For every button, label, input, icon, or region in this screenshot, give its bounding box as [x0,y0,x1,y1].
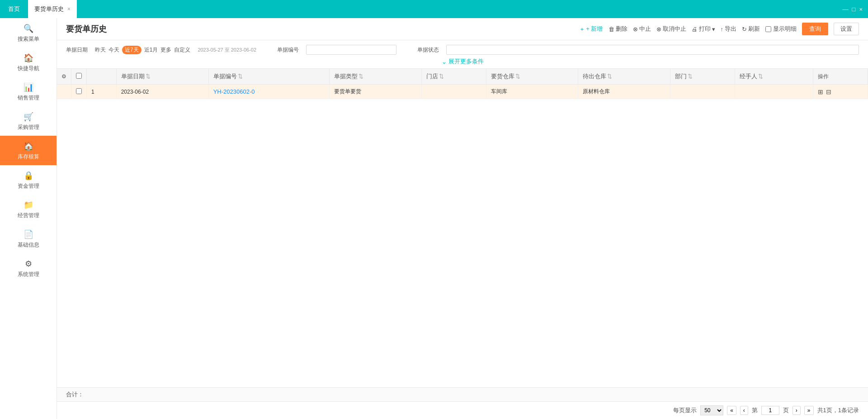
sales-icon: 📊 [24,82,33,92]
op-more-icon[interactable]: ⊟ [826,88,831,95]
sort-store-icon: ⇅ [439,73,444,80]
page-label: 第 [752,406,758,414]
status-label: 单据状态 [417,46,439,54]
top-bar: 首页 要货单历史 × — □ × [0,0,868,18]
sidebar-label-inventory: 库存核算 [18,153,39,161]
filter-row-1: 单据日期 昨天 今天 近7天 近1月 更多 自定义 2023-05-27 至 2… [66,45,859,55]
page-title: 要货单历史 [66,24,107,34]
shortcut-custom[interactable]: 自定义 [174,46,190,54]
status-select-wrapper [446,45,859,55]
quick-nav-icon: 🏠 [24,53,33,63]
sort-dept-icon: ⇅ [688,73,693,80]
expand-label: 展开更多条件 [448,57,484,66]
sidebar-label-purchase: 采购管理 [18,124,39,131]
refresh-button[interactable]: ↻ 刷新 [742,25,760,33]
display-detail-checkbox-wrapper[interactable]: 显示明细 [765,25,797,33]
sidebar-item-system[interactable]: ⚙ 系统管理 [0,253,57,283]
sidebar-item-inventory[interactable]: 🏠 库存核算 [0,136,57,165]
docno-input[interactable] [306,45,396,55]
td-dept [670,85,735,99]
op-view-icon[interactable]: ⊞ [818,88,823,95]
td-reqwarehouse: 车间库 [486,85,578,99]
td-settings [57,85,71,99]
th-doctype[interactable]: 单据类型⇅ [330,69,422,85]
sort-docdate-icon: ⇅ [146,73,151,80]
home-tab[interactable]: 首页 [0,0,28,18]
last-page-button[interactable]: » [804,406,814,415]
row-checkbox[interactable] [76,88,82,94]
sidebar-item-sales[interactable]: 📊 销售管理 [0,77,57,106]
td-store [422,85,486,99]
expand-button[interactable]: ⌄ 展开更多条件 [442,57,484,66]
cancel-stop-button[interactable]: ⊗ 取消中止 [656,25,686,33]
th-reqwarehouse[interactable]: 要货仓库⇅ [486,69,578,85]
sidebar-label-sales: 销售管理 [18,94,39,102]
th-docno[interactable]: 单据编号⇅ [208,69,330,85]
prev-page-button[interactable]: ‹ [740,406,748,415]
add-button[interactable]: + + 新增 [580,25,603,33]
th-checkbox[interactable] [71,69,87,85]
per-page-label: 每页显示 [673,406,697,414]
shortcut-today[interactable]: 今天 [108,46,119,54]
sort-req-icon: ⇅ [515,73,520,80]
th-pendingwarehouse[interactable]: 待出仓库⇅ [578,69,670,85]
maximize-icon[interactable]: □ [852,6,856,13]
top-bar-right: — □ × [843,6,868,13]
sort-handler-icon: ⇅ [758,73,763,80]
content-area: 要货单历史 + + 新增 🗑 删除 ⊗ 中止 ⊗ 取消中止 [57,18,868,419]
page-number-input[interactable] [761,406,779,415]
per-page-select[interactable]: 50 20 100 200 [700,405,723,415]
td-checkbox[interactable] [71,85,87,99]
window-close-icon[interactable]: × [859,6,863,13]
th-handler[interactable]: 经手人⇅ [735,69,813,85]
shortcut-1month[interactable]: 近1月 [144,46,158,54]
print-button[interactable]: 🖨 打印 ▾ [692,25,715,33]
minimize-icon[interactable]: — [843,6,849,13]
sidebar-item-quicknav[interactable]: 🏠 快捷导航 [0,48,57,77]
shortcut-yesterday[interactable]: 昨天 [95,46,106,54]
sidebar-item-finance[interactable]: 🔒 资金管理 [0,165,57,195]
sidebar-label-system: 系统管理 [18,271,39,278]
sort-pending-icon: ⇅ [607,73,612,80]
basicinfo-icon: 📄 [24,229,33,239]
select-all-checkbox[interactable] [76,73,82,79]
page-unit: 页 [783,406,789,414]
first-page-button[interactable]: « [727,406,736,415]
cancel-stop-label: 取消中止 [663,25,686,33]
export-icon: ↑ [721,26,724,33]
export-button[interactable]: ↑ 导出 [721,25,737,33]
td-docno[interactable]: YH-20230602-0 [208,85,330,99]
th-settings[interactable]: ⚙ [57,69,71,85]
sidebar-item-basicinfo[interactable]: 📄 基础信息 [0,224,57,253]
sort-docno-icon: ⇅ [238,73,243,80]
active-tab[interactable]: 要货单历史 × [28,0,77,18]
display-detail-label: 显示明细 [773,25,797,33]
close-tab-icon[interactable]: × [67,6,71,12]
sidebar-label-operations: 经营管理 [18,212,39,219]
th-dept[interactable]: 部门⇅ [670,69,735,85]
main-layout: 🔍 搜索菜单 🏠 快捷导航 📊 销售管理 🛒 采购管理 🏠 库存核算 🔒 资金管… [0,18,868,419]
operations-icon: 📁 [24,200,33,210]
add-icon: + [580,26,584,33]
display-detail-checkbox[interactable] [765,26,771,32]
delete-icon: 🗑 [609,26,614,33]
docno-label: 单据编号 [277,46,299,54]
th-store[interactable]: 门店⇅ [422,69,486,85]
sidebar-item-operations[interactable]: 📁 经营管理 [0,195,57,224]
sidebar-item-purchase[interactable]: 🛒 采购管理 [0,106,57,136]
active-tab-label: 要货单历史 [34,5,64,13]
sidebar-label-search: 搜索菜单 [18,35,39,43]
header-actions: + + 新增 🗑 删除 ⊗ 中止 ⊗ 取消中止 🖨 打印 [580,23,859,35]
settings-button[interactable]: 设置 [834,23,859,35]
table-footer: 合计： [57,387,868,401]
status-select[interactable] [446,45,859,55]
delete-button[interactable]: 🗑 删除 [609,25,627,33]
shortcut-more[interactable]: 更多 [160,46,171,54]
query-button[interactable]: 查询 [802,23,828,35]
sidebar-item-search[interactable]: 🔍 搜索菜单 [0,18,57,48]
shortcut-7days[interactable]: 近7天 [122,46,142,54]
th-docdate[interactable]: 单据日期⇅ [116,69,208,85]
stop-button[interactable]: ⊗ 中止 [633,25,651,33]
next-page-button[interactable]: › [793,406,801,415]
date-shortcuts: 昨天 今天 近7天 近1月 更多 自定义 [95,46,190,54]
